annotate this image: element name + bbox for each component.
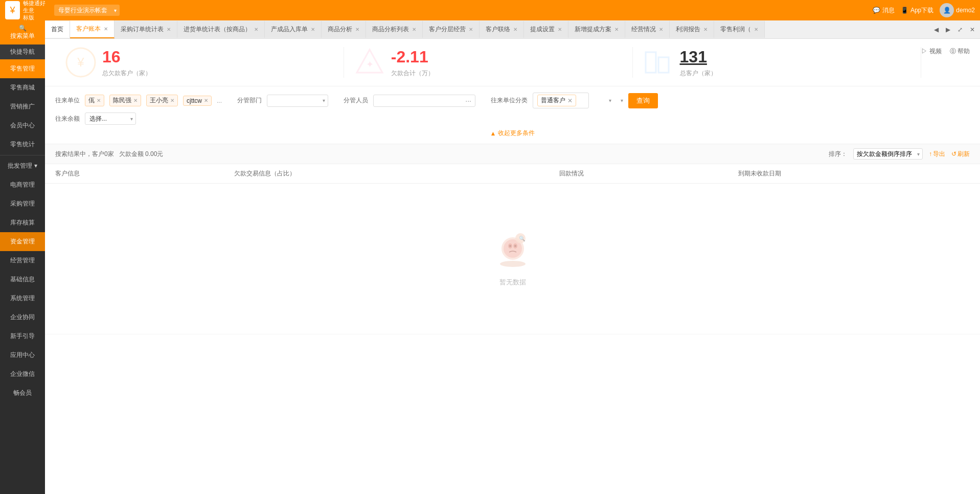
sort-select[interactable]: 按欠款金额倒序排序: [853, 148, 923, 160]
tab-close-profit-report[interactable]: ✕: [703, 27, 708, 32]
tab-purchase-orders[interactable]: 采购订单统计表 ✕: [115, 21, 177, 38]
page-content: ¥ 16 总欠款客户（家） ✦: [45, 39, 980, 494]
tab-customer-contact[interactable]: 客户联络 ✕: [480, 21, 524, 38]
sidebar-item-marketing[interactable]: 营销推广: [0, 97, 45, 116]
person-input-more[interactable]: ···: [465, 97, 471, 105]
tab-close-retail-profit[interactable]: ✕: [754, 27, 758, 32]
industry-selector[interactable]: 母婴行业演示帐套: [54, 5, 120, 16]
export-btn[interactable]: ↑ 导出: [929, 150, 945, 159]
sidebar-item-basic-info[interactable]: 基础信息: [0, 270, 45, 289]
tab-product-analysis[interactable]: 商品分析 ✕: [322, 21, 366, 38]
tab-close-customer-contact[interactable]: ✕: [513, 27, 517, 32]
dept-select-wrap[interactable]: [267, 95, 328, 107]
tab-close-product-analysis-list[interactable]: ✕: [412, 27, 416, 32]
collapse-btn[interactable]: ▲ 收起更多条件: [55, 129, 970, 138]
empty-icon: 🔍: [492, 231, 533, 272]
svg-point-12: [514, 245, 516, 247]
sidebar-item-app-center[interactable]: 应用中心: [0, 346, 45, 365]
remove-tag-1[interactable]: ✕: [133, 98, 138, 103]
sidebar-item-vip[interactable]: 畅会员: [0, 384, 45, 402]
tab-operations[interactable]: 经营情况 ✕: [625, 21, 670, 38]
sidebar-item-ecommerce[interactable]: 电商管理: [0, 175, 45, 194]
user-menu[interactable]: 👤 demo2: [940, 3, 975, 17]
tab-close-all-btn[interactable]: ✕: [967, 24, 978, 35]
tab-close-operations[interactable]: ✕: [659, 27, 663, 32]
unit-type-dropdown-icon[interactable]: ▾: [621, 98, 623, 103]
video-link[interactable]: ▷ 视频: [921, 47, 941, 56]
sidebar-item-retail-mall[interactable]: 零售商城: [0, 78, 45, 97]
unit-filter-label: 往来单位: [55, 96, 80, 105]
filter-more-tags[interactable]: ...: [217, 97, 222, 104]
remove-tag-3[interactable]: ✕: [204, 98, 208, 103]
sidebar-item-system[interactable]: 系统管理: [0, 289, 45, 308]
dept-select[interactable]: [267, 95, 328, 107]
tab-new-plan[interactable]: 新增提成方案 ✕: [568, 21, 625, 38]
person-input[interactable]: [373, 95, 475, 107]
tab-mention-settings[interactable]: 提成设置 ✕: [524, 21, 568, 38]
tab-prev-btn[interactable]: ◀: [931, 24, 942, 35]
tab-close-purchase-orders[interactable]: ✕: [167, 27, 171, 32]
help-link[interactable]: ⓪ 帮助: [950, 47, 970, 56]
svg-point-6: [500, 261, 526, 267]
stat-info-debtors: 16 总欠款客户（家）: [102, 47, 151, 77]
app-wrapper: ¥ 畅捷通好生意 标版 母婴行业演示帐套 💬 消息 📱 App下载: [0, 0, 980, 494]
tab-retail-profit[interactable]: 零售利润（ ✕: [714, 21, 765, 38]
total-customers-icon: [643, 47, 674, 78]
col-overdue-date: 到期未收款日期: [728, 164, 980, 184]
stat-top-right-links: ▷ 视频 ⓪ 帮助: [921, 47, 970, 56]
tab-next-btn[interactable]: ▶: [943, 24, 953, 35]
tab-profit-report[interactable]: 利润报告 ✕: [670, 21, 714, 38]
tab-close-cost-in[interactable]: ✕: [311, 27, 315, 32]
tab-inventory-stats[interactable]: 进货单统计表（按商品） ✕: [177, 21, 265, 38]
query-button[interactable]: 查询: [628, 93, 658, 108]
svg-rect-5: [658, 57, 669, 73]
debtor-icon: ¥: [65, 47, 96, 78]
export-icon: ↑: [929, 150, 932, 158]
balance-select-wrap[interactable]: 选择...: [85, 113, 136, 125]
filter-tag-3: cjttcw ✕: [183, 96, 212, 106]
sidebar-item-member[interactable]: 会员中心: [0, 116, 45, 135]
sidebar-item-enterprise-wechat[interactable]: 企业微信: [0, 365, 45, 384]
sidebar-item-new-guide[interactable]: 新手引导: [0, 327, 45, 346]
content-area: 首页 客户账本 ✕ 采购订单统计表 ✕ 进货单统计表（按商品） ✕ 产成品入库单…: [45, 20, 980, 494]
result-bar: 搜索结果中，客户0家 欠款金额 0.00元 排序： 按欠款金额倒序排序 ↑ 导: [45, 144, 980, 164]
tab-product-analysis-list[interactable]: 商品分析列表 ✕: [366, 21, 423, 38]
sidebar-item-purchase[interactable]: 采购管理: [0, 194, 45, 213]
sidebar-item-capital[interactable]: 资金管理: [0, 232, 45, 251]
remove-customer-type[interactable]: ✕: [567, 97, 573, 104]
sidebar-quick-nav[interactable]: 快捷导航: [0, 44, 45, 59]
tab-close-customer-accounts[interactable]: ✕: [104, 26, 108, 32]
balance-select[interactable]: 选择...: [85, 113, 136, 125]
tab-close-inventory-stats[interactable]: ✕: [254, 27, 258, 32]
tab-expand-btn[interactable]: ⤢: [954, 24, 966, 35]
sort-select-wrap[interactable]: 按欠款金额倒序排序: [853, 148, 923, 160]
tab-home[interactable]: 首页: [45, 21, 70, 38]
tab-cost-in[interactable]: 产成品入库单 ✕: [265, 21, 322, 38]
tab-close-mention-settings[interactable]: ✕: [558, 27, 562, 32]
person-filter-label: 分管人员: [344, 96, 368, 105]
sidebar-item-operations[interactable]: 经营管理: [0, 251, 45, 270]
table-header-row: 客户信息 欠款交易信息（占比） 回款情况 到期未收款日期: [45, 164, 980, 184]
refresh-btn[interactable]: ↺ 刷新: [951, 150, 970, 159]
messages-btn[interactable]: 💬 消息: [873, 6, 895, 15]
header-right: 💬 消息 📱 App下载 👤 demo2: [873, 3, 975, 17]
sidebar-item-inventory[interactable]: 库存核算: [0, 213, 45, 232]
sidebar-search[interactable]: 🔍 搜索菜单: [0, 20, 45, 44]
sidebar-item-enterprise-agreement[interactable]: 企业协同: [0, 308, 45, 327]
remove-tag-2[interactable]: ✕: [170, 98, 174, 103]
industry-selector-wrap[interactable]: 母婴行业演示帐套: [54, 5, 120, 16]
tab-close-product-analysis[interactable]: ✕: [355, 27, 359, 32]
result-text: 搜索结果中，客户0家 欠款金额 0.00元: [55, 150, 163, 159]
tab-close-new-plan[interactable]: ✕: [614, 27, 619, 32]
remove-tag-0[interactable]: ✕: [97, 98, 101, 103]
sidebar-item-wholesale[interactable]: 批发管理 ▾: [0, 156, 45, 175]
tab-customer-segment[interactable]: 客户分层经营 ✕: [423, 21, 480, 38]
sidebar-item-retail[interactable]: 零售管理: [0, 59, 45, 78]
tab-close-customer-segment[interactable]: ✕: [469, 27, 473, 32]
sidebar-item-retail-stats[interactable]: 零售统计: [0, 135, 45, 154]
logo-text: 畅捷通好生意 标版: [23, 0, 50, 21]
tab-customer-accounts[interactable]: 客户账本 ✕: [70, 20, 115, 38]
app-download-btn[interactable]: 📱 App下载: [901, 6, 933, 15]
unit-type-select-wrap[interactable]: 普通客户 ✕: [533, 93, 614, 108]
customer-type-tag: 普通客户 ✕: [537, 95, 576, 106]
